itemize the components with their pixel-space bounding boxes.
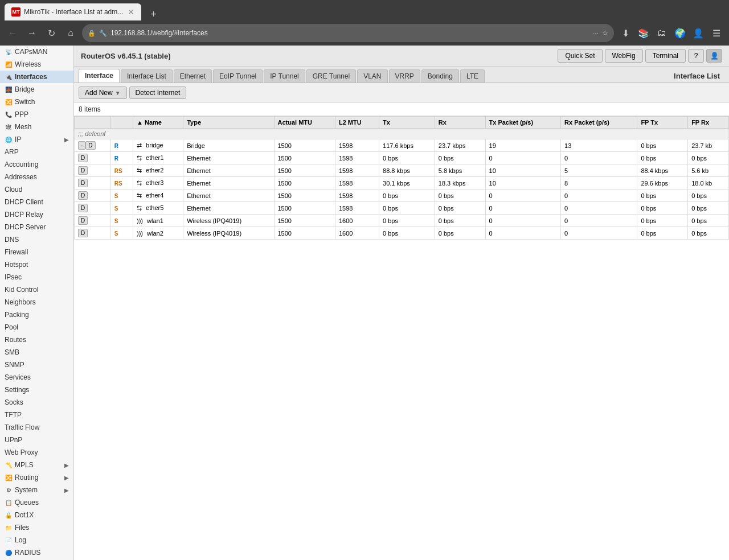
sidebar-item-dot1x[interactable]: 🔒Dot1X xyxy=(0,509,73,521)
row-name[interactable]: ))) wlan2 xyxy=(133,227,183,240)
row-name[interactable]: ⇄ bridge xyxy=(133,139,183,152)
table-row[interactable]: DS⇆ ether5Ethernet150015980 bps0 bps000 … xyxy=(75,202,729,215)
sidebar-item-snmp[interactable]: SNMP xyxy=(0,359,73,371)
sidebar-item-interfaces[interactable]: 🔌Interfaces xyxy=(0,71,73,83)
row-name[interactable]: ⇆ ether2 xyxy=(133,164,183,177)
profile-icon[interactable]: 👤 xyxy=(690,25,706,41)
sidebar-item-queues[interactable]: 📋Queues xyxy=(0,496,73,509)
col-header-actual_mtu[interactable]: Actual MTU xyxy=(274,117,335,129)
forward-button[interactable]: → xyxy=(24,25,40,41)
sidebar-item-bridge[interactable]: 🌉Bridge xyxy=(0,83,73,96)
detect-internet-button[interactable]: Detect Internet xyxy=(129,87,187,99)
col-header-fp_tx[interactable]: FP Tx xyxy=(637,117,688,129)
menu-icon[interactable]: ☰ xyxy=(708,25,724,41)
table-row[interactable]: DRS⇆ ether3Ethernet1500159830.1 kbps18.3… xyxy=(75,177,729,190)
row-d-button[interactable]: D xyxy=(78,191,88,200)
sidebar-item-addresses[interactable]: Addresses xyxy=(0,171,73,183)
address-more-button[interactable]: ··· xyxy=(593,29,599,37)
col-header-tx_packet[interactable]: Tx Packet (p/s) xyxy=(485,117,561,129)
back-button[interactable]: ← xyxy=(5,25,21,41)
row-d-button[interactable]: D xyxy=(78,216,88,225)
reload-button[interactable]: ↻ xyxy=(43,25,59,41)
col-header-tx[interactable]: Tx xyxy=(379,117,435,129)
library-icon[interactable]: 📚 xyxy=(636,25,652,41)
tabs-icon[interactable]: 🗂 xyxy=(654,25,670,41)
row-d-button[interactable]: D xyxy=(78,229,88,237)
sidebar-item-switch[interactable]: 🔀Switch xyxy=(0,96,73,108)
sidebar-item-pool[interactable]: Pool xyxy=(0,321,73,333)
sidebar-item-dhcp-client[interactable]: DHCP Client xyxy=(0,196,73,208)
sidebar-item-dhcp-server[interactable]: DHCP Server xyxy=(0,221,73,233)
sidebar-item-neighbors[interactable]: Neighbors xyxy=(0,296,73,308)
row-d-button[interactable]: D xyxy=(85,141,95,150)
sidebar-item-cloud[interactable]: Cloud xyxy=(0,183,73,196)
add-new-button[interactable]: Add New ▼ xyxy=(79,87,127,99)
sidebar-item-wireless[interactable]: 📶Wireless xyxy=(0,58,73,71)
tab-interface-list[interactable]: Interface List xyxy=(121,69,173,83)
sidebar-item-traffic-flow[interactable]: Traffic Flow xyxy=(0,421,73,434)
row-d-button[interactable]: D xyxy=(78,179,88,187)
terminal-button[interactable]: Terminal xyxy=(645,49,686,63)
row-name[interactable]: ⇆ ether1 xyxy=(133,152,183,164)
address-bar[interactable]: 🔒 🔧 192.168.88.1/webfig/#Interfaces ··· … xyxy=(82,24,614,42)
home-button[interactable]: ⌂ xyxy=(63,25,79,41)
tab-eoip-tunnel[interactable]: EoIP Tunnel xyxy=(213,69,263,83)
sidebar-item-files[interactable]: 📁Files xyxy=(0,521,73,534)
row-collapse-button[interactable]: - xyxy=(78,141,85,150)
row-d-button[interactable]: D xyxy=(78,154,88,162)
bookmark-icon[interactable]: ☆ xyxy=(602,29,608,37)
row-name[interactable]: ⇆ ether3 xyxy=(133,177,183,190)
sidebar-item-tftp[interactable]: TFTP xyxy=(0,409,73,421)
user-button[interactable]: 👤 xyxy=(706,49,722,63)
tab-vrrp[interactable]: VRRP xyxy=(389,69,420,83)
tab-vlan[interactable]: VLAN xyxy=(357,69,387,83)
table-row[interactable]: DR⇆ ether1Ethernet150015980 bps0 bps000 … xyxy=(75,152,729,164)
col-header-rx_packet[interactable]: Rx Packet (p/s) xyxy=(561,117,637,129)
row-name[interactable]: ))) wlan1 xyxy=(133,215,183,227)
col-header-type[interactable]: Type xyxy=(183,117,274,129)
new-tab-button[interactable]: + xyxy=(146,9,161,20)
sidebar-item-web-proxy[interactable]: Web Proxy xyxy=(0,446,73,459)
tab-lte[interactable]: LTE xyxy=(460,69,485,83)
sidebar-item-routes[interactable]: Routes xyxy=(0,333,73,346)
sidebar-item-capsman[interactable]: 📡CAPsMAN xyxy=(0,46,73,58)
table-row[interactable]: DS⇆ ether4Ethernet150015980 bps0 bps000 … xyxy=(75,190,729,202)
col-header-fp_rx[interactable]: FP Rx xyxy=(688,117,729,129)
browser-tab[interactable]: MT MikroTik - Interface List at adm... ✕ xyxy=(5,3,141,20)
help-button[interactable]: ? xyxy=(688,49,704,63)
row-d-button[interactable]: D xyxy=(78,204,88,212)
sidebar-item-dhcp-relay[interactable]: DHCP Relay xyxy=(0,208,73,221)
sidebar-item-mpls[interactable]: 〽️MPLS▶ xyxy=(0,459,73,471)
webfig-button[interactable]: WebFig xyxy=(605,49,643,63)
tab-interface[interactable]: Interface xyxy=(79,69,120,83)
col-header-l2_mtu[interactable]: L2 MTU xyxy=(335,117,379,129)
tab-close-button[interactable]: ✕ xyxy=(128,7,134,17)
sidebar-item-socks[interactable]: Socks xyxy=(0,396,73,409)
sidebar-item-packing[interactable]: Packing xyxy=(0,308,73,321)
sidebar-item-ppp[interactable]: 📞PPP xyxy=(0,108,73,121)
sidebar-item-routing[interactable]: 🔀Routing▶ xyxy=(0,471,73,484)
sidebar-item-smb[interactable]: SMB xyxy=(0,346,73,359)
sidebar-item-mesh[interactable]: 🕸Mesh xyxy=(0,121,73,133)
tab-bonding[interactable]: Bonding xyxy=(421,69,459,83)
sidebar-item-kid-control[interactable]: Kid Control xyxy=(0,283,73,296)
sidebar-item-dns[interactable]: DNS xyxy=(0,233,73,246)
col-header-rx[interactable]: Rx xyxy=(435,117,485,129)
row-d-button[interactable]: D xyxy=(78,166,88,175)
sidebar-item-accounting[interactable]: Accounting xyxy=(0,158,73,171)
extensions-icon[interactable]: 🌍 xyxy=(672,25,688,41)
sidebar-item-services[interactable]: Services xyxy=(0,371,73,384)
tab-gre-tunnel[interactable]: GRE Tunnel xyxy=(306,69,356,83)
sidebar-item-upnp[interactable]: UPnP xyxy=(0,434,73,446)
table-row[interactable]: DRS⇆ ether2Ethernet1500159888.8 kbps5.8 … xyxy=(75,164,729,177)
sidebar-item-ip[interactable]: 🌐IP▶ xyxy=(0,133,73,146)
table-row[interactable]: -DR⇄ bridgeBridge15001598117.6 kbps23.7 … xyxy=(75,139,729,152)
table-row[interactable]: DS))) wlan1Wireless (IPQ4019)150016000 b… xyxy=(75,215,729,227)
quick-set-button[interactable]: Quick Set xyxy=(558,49,602,63)
table-row[interactable]: DS))) wlan2Wireless (IPQ4019)150016000 b… xyxy=(75,227,729,240)
row-name[interactable]: ⇆ ether5 xyxy=(133,202,183,215)
tab-ip-tunnel[interactable]: IP Tunnel xyxy=(264,69,305,83)
sidebar-item-ipsec[interactable]: IPsec xyxy=(0,271,73,283)
sidebar-item-settings[interactable]: Settings xyxy=(0,384,73,396)
sidebar-item-system[interactable]: ⚙System▶ xyxy=(0,484,73,496)
